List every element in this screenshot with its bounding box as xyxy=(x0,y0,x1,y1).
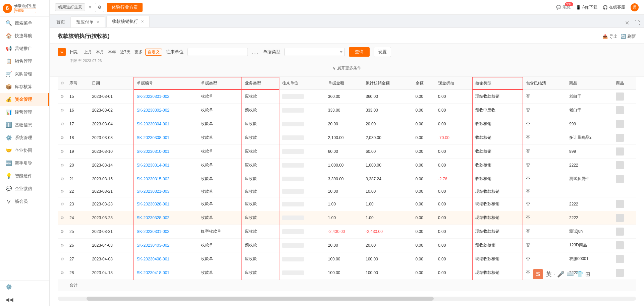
filter-doc-type-select[interactable] xyxy=(284,48,345,56)
user-avatar[interactable]: 用 xyxy=(631,3,639,11)
sidebar-item-wechat[interactable]: 💬企业微信 xyxy=(0,182,49,195)
filter-expand-more-button[interactable]: ∨ 展开更多条件 xyxy=(333,65,361,71)
cell-gear[interactable]: ⚙ xyxy=(58,211,67,225)
cell-biz-type: 应收款 xyxy=(242,211,279,225)
table-footer-row: 合计 xyxy=(58,280,636,291)
sidebar-item-finance[interactable]: 💰资金管理 xyxy=(0,93,49,106)
filter-7days-btn[interactable]: 近7天 xyxy=(119,49,132,56)
sidebar-label-purchase: 采购管理 xyxy=(15,71,32,77)
cell-doc-no: SK-20230308-001 xyxy=(134,131,199,144)
cell-biz-type: 应收款 xyxy=(242,197,279,211)
cell-goods2 xyxy=(613,211,636,225)
cell-gear[interactable]: ⚙ xyxy=(58,89,67,103)
cell-gear[interactable]: ⚙ xyxy=(58,117,67,131)
sidebar-item-system[interactable]: ⚙️系统管理 xyxy=(0,131,49,144)
cell-no: 15 xyxy=(67,89,89,103)
shortcut-icon: 🏠 xyxy=(5,33,12,39)
sidebar-item-enterprise[interactable]: 🤝企业协同 xyxy=(0,144,49,157)
cell-doc-type: 收款单 xyxy=(198,172,242,186)
cell-doc-type: 红字收款单 xyxy=(198,225,242,238)
cell-gear[interactable]: ⚙ xyxy=(58,158,67,172)
filter-partner-input[interactable] xyxy=(187,48,248,56)
tab-close-all-icon[interactable]: ✕ xyxy=(624,18,631,27)
tab-receive-close-icon[interactable]: ✕ xyxy=(141,19,144,24)
cell-cancel-type: 收款核销 xyxy=(472,131,523,144)
col-header-gear[interactable]: ⚙ xyxy=(58,77,67,89)
cell-biz-type: 应收款 xyxy=(242,144,279,158)
cell-gear[interactable]: ⚙ xyxy=(58,172,67,186)
cell-gear[interactable]: ⚙ xyxy=(58,144,67,158)
cell-balance: 0.00 xyxy=(413,89,435,103)
filter-expand-button[interactable]: » xyxy=(58,48,66,56)
cell-date: 2023-04-03 xyxy=(89,238,133,252)
cell-gear[interactable]: ⚙ xyxy=(58,252,67,266)
cell-balance: 0.00 xyxy=(413,211,435,225)
cell-goods2 xyxy=(613,197,636,211)
toolbar-shirt-icon[interactable]: 👕 xyxy=(576,270,583,278)
cell-total-cancel: 333.00 xyxy=(363,103,413,117)
cell-goods2 xyxy=(613,252,636,266)
tab-prepay[interactable]: 预应付单 ✕ xyxy=(70,16,105,27)
sidebar-item-sales[interactable]: 📋销售管理 xyxy=(0,55,49,68)
toolbar-keyboard-icon[interactable]: ⌨️ xyxy=(567,270,574,278)
filter-this-year-btn[interactable]: 本年 xyxy=(107,49,117,56)
cell-no: 16 xyxy=(67,103,89,117)
refresh-button[interactable]: 🔄 刷新 xyxy=(621,34,636,40)
cell-gear[interactable]: ⚙ xyxy=(58,197,67,211)
filter-query-button[interactable]: 查询 xyxy=(349,47,370,57)
col-header-doc-no: 单据编号 xyxy=(134,77,199,89)
toolbar-mic-icon[interactable]: 🎤 xyxy=(557,270,565,278)
sidebar-item-search[interactable]: 🔍搜索菜单 xyxy=(0,17,49,29)
sidebar-item-marketing[interactable]: 📢营销推广 xyxy=(0,42,49,55)
sidebar-item-inventory[interactable]: 📦库存核算 xyxy=(0,80,49,93)
cell-include-settled: 否 xyxy=(523,225,567,238)
cell-gear[interactable]: ⚙ xyxy=(58,238,67,252)
filter-last-month-btn[interactable]: 上月 xyxy=(83,49,93,56)
toolbar-text-label: 英 xyxy=(546,270,552,278)
filter-row-1: » 日期 上月 本月 本年 近7天 更多 自定义 往来单位 ... 单据类型 查… xyxy=(58,47,636,57)
cell-doc-no: SK-20230331-002 xyxy=(134,225,199,238)
sidebar-item-member[interactable]: V畅会员 xyxy=(0,195,49,208)
cell-balance: 0.00 xyxy=(413,225,435,238)
tab-prepay-close-icon[interactable]: ✕ xyxy=(96,20,99,24)
cell-include-settled: 否 xyxy=(523,172,567,186)
tab-home[interactable]: 首页 xyxy=(52,17,69,27)
page-header: 收款核销执行(按收款) 📤 导出 🔄 刷新 xyxy=(50,28,644,44)
sidebar-item-collapse[interactable]: ◀◀ xyxy=(0,293,49,306)
message-btn[interactable]: 💬 消息 99+ xyxy=(556,4,571,10)
cell-gear[interactable]: ⚙ xyxy=(58,186,67,197)
sidebar-item-guide[interactable]: 🆕新手引导 xyxy=(0,157,49,170)
sidebar-item-purchase[interactable]: 🛒采购管理 xyxy=(0,68,49,80)
sidebar-label-finance: 资金管理 xyxy=(15,97,32,103)
cell-partner xyxy=(279,172,325,186)
cell-gear[interactable]: ⚙ xyxy=(58,131,67,144)
filter-more-btn[interactable]: 更多 xyxy=(133,49,144,56)
sidebar-item-shortcut[interactable]: 🏠快捷导航 xyxy=(0,29,49,42)
filter-this-month-btn[interactable]: 本月 xyxy=(95,49,105,56)
table-row: ⚙ 17 2023-03-04 SK-20230304-001 收款单 应收款 … xyxy=(58,117,636,131)
cell-partner xyxy=(279,225,325,238)
cell-gear[interactable]: ⚙ xyxy=(58,266,67,280)
inventory-icon: 📦 xyxy=(5,84,12,90)
sidebar-logo[interactable]: 6 畅康道好生意 标推版 xyxy=(0,0,49,17)
cell-doc-type: 收款单 xyxy=(198,238,242,252)
online-service-link[interactable]: 🎧 在线客服 xyxy=(603,4,625,10)
cell-partner xyxy=(279,252,325,266)
export-button[interactable]: 📤 导出 xyxy=(602,34,618,40)
table-horizontal-scrollbar[interactable] xyxy=(58,297,636,301)
sidebar-item-hardware[interactable]: 💡智能硬件 xyxy=(0,170,49,182)
sidebar-item-operation[interactable]: 📊经营管理 xyxy=(0,106,49,119)
toolbar-grid-icon[interactable]: ⊞ xyxy=(585,270,590,278)
table-scrollbar-thumb[interactable] xyxy=(87,297,433,301)
app-download-link[interactable]: 📱 App下载 xyxy=(576,4,597,10)
tab-expand-icon[interactable]: ⛶ xyxy=(633,19,641,27)
cell-gear[interactable]: ⚙ xyxy=(58,225,67,238)
tab-receive[interactable]: 收款核销执行 ✕ xyxy=(106,16,150,27)
topbar-gear-btn[interactable]: ⚙ xyxy=(95,3,104,12)
filter-custom-btn[interactable]: 自定义 xyxy=(145,49,162,56)
sidebar-item-basic[interactable]: ℹ️基础信息 xyxy=(0,119,49,131)
solution-button[interactable]: 体验行业方案 xyxy=(107,3,143,12)
cell-gear[interactable]: ⚙ xyxy=(58,103,67,117)
sidebar-item-settings[interactable]: ⚙️ xyxy=(0,281,49,293)
filter-settings-button[interactable]: 设置 xyxy=(374,47,391,57)
